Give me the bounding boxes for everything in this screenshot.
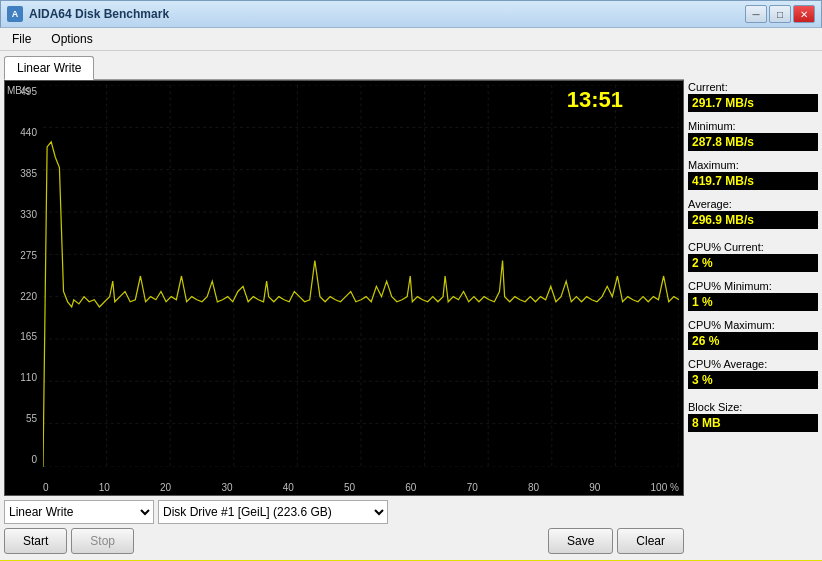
block-size-value: 8 MB <box>688 414 818 432</box>
stat-cpu-maximum: CPU% Maximum: 26 % <box>688 319 818 350</box>
x-label-60: 60 <box>405 482 416 493</box>
cpu-maximum-value: 26 % <box>688 332 818 350</box>
start-button[interactable]: Start <box>4 528 67 554</box>
window-controls: ─ □ ✕ <box>745 5 815 23</box>
close-button[interactable]: ✕ <box>793 5 815 23</box>
stat-average: Average: 296.9 MB/s <box>688 198 818 229</box>
y-label-3: 165 <box>5 332 41 342</box>
menu-file[interactable]: File <box>4 30 39 48</box>
chart-svg <box>43 85 679 467</box>
average-label: Average: <box>688 198 818 210</box>
y-label-8: 440 <box>5 128 41 138</box>
stat-minimum: Minimum: 287.8 MB/s <box>688 120 818 151</box>
minimum-label: Minimum: <box>688 120 818 132</box>
cpu-current-label: CPU% Current: <box>688 241 818 253</box>
y-label-7: 385 <box>5 169 41 179</box>
stat-cpu-current: CPU% Current: 2 % <box>688 241 818 272</box>
y-label-9: 495 <box>5 87 41 97</box>
cpu-average-label: CPU% Average: <box>688 358 818 370</box>
stat-cpu-average: CPU% Average: 3 % <box>688 358 818 389</box>
test-select[interactable]: Linear Write Linear Read Random Read Ran… <box>4 500 154 524</box>
maximize-button[interactable]: □ <box>769 5 791 23</box>
x-label-50: 50 <box>344 482 355 493</box>
maximum-value: 419.7 MB/s <box>688 172 818 190</box>
x-label-20: 20 <box>160 482 171 493</box>
minimum-value: 287.8 MB/s <box>688 133 818 151</box>
cpu-minimum-value: 1 % <box>688 293 818 311</box>
x-label-40: 40 <box>283 482 294 493</box>
drive-select[interactable]: Disk Drive #1 [GeiL] (223.6 GB) <box>158 500 388 524</box>
stat-maximum: Maximum: 419.7 MB/s <box>688 159 818 190</box>
y-label-5: 275 <box>5 251 41 261</box>
x-label-70: 70 <box>467 482 478 493</box>
save-button[interactable]: Save <box>548 528 613 554</box>
current-value: 291.7 MB/s <box>688 94 818 112</box>
right-panel: Current: 291.7 MB/s Minimum: 287.8 MB/s … <box>688 55 818 556</box>
y-label-4: 220 <box>5 292 41 302</box>
average-value: 296.9 MB/s <box>688 211 818 229</box>
stat-cpu-minimum: CPU% Minimum: 1 % <box>688 280 818 311</box>
x-label-0: 0 <box>43 482 49 493</box>
cpu-current-value: 2 % <box>688 254 818 272</box>
y-label-0: 0 <box>5 455 41 465</box>
x-label-90: 90 <box>589 482 600 493</box>
menu-options[interactable]: Options <box>43 30 100 48</box>
x-label-100: 100 % <box>651 482 679 493</box>
x-label-80: 80 <box>528 482 539 493</box>
tab-bar: Linear Write <box>4 55 684 80</box>
stat-current: Current: 291.7 MB/s <box>688 81 818 112</box>
maximum-label: Maximum: <box>688 159 818 171</box>
title-bar: A AIDA64 Disk Benchmark ─ □ ✕ <box>0 0 822 28</box>
x-axis: 0 10 20 30 40 50 60 70 80 90 100 % <box>43 482 679 493</box>
current-label: Current: <box>688 81 818 93</box>
cpu-average-value: 3 % <box>688 371 818 389</box>
controls-row: Linear Write Linear Read Random Read Ran… <box>4 496 684 526</box>
minimize-button[interactable]: ─ <box>745 5 767 23</box>
x-label-30: 30 <box>221 482 232 493</box>
app-icon: A <box>7 6 23 22</box>
menu-bar: File Options <box>0 28 822 51</box>
cpu-maximum-label: CPU% Maximum: <box>688 319 818 331</box>
tab-linear-write[interactable]: Linear Write <box>4 56 94 80</box>
left-panel: Linear Write MB/s 13:51 0 55 110 165 220… <box>4 55 684 556</box>
x-label-10: 10 <box>99 482 110 493</box>
chart-inner <box>43 85 679 467</box>
y-label-6: 330 <box>5 210 41 220</box>
stop-button[interactable]: Stop <box>71 528 134 554</box>
y-label-2: 110 <box>5 373 41 383</box>
chart-area: MB/s 13:51 0 55 110 165 220 275 330 385 … <box>4 80 684 496</box>
stat-block-size: Block Size: 8 MB <box>688 401 818 432</box>
window-title: AIDA64 Disk Benchmark <box>29 7 745 21</box>
button-row: Start Stop Save Clear <box>4 526 684 556</box>
y-axis: 0 55 110 165 220 275 330 385 440 495 <box>5 85 43 467</box>
block-size-label: Block Size: <box>688 401 818 413</box>
clear-button[interactable]: Clear <box>617 528 684 554</box>
y-label-1: 55 <box>5 414 41 424</box>
cpu-minimum-label: CPU% Minimum: <box>688 280 818 292</box>
